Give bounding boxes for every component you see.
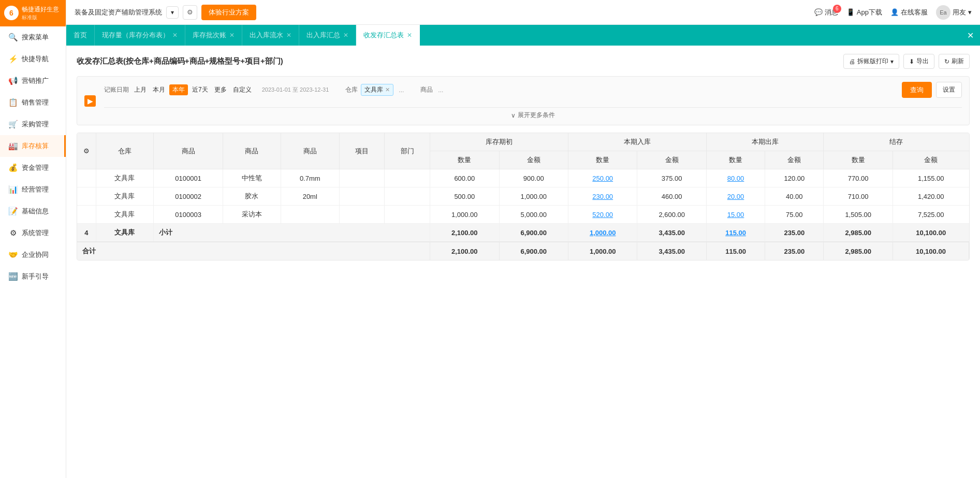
row-in-qty[interactable]: 230.00 bbox=[568, 187, 637, 206]
subtotal-in-qty-link[interactable]: 1,000.00 bbox=[590, 229, 616, 237]
in-qty-link[interactable]: 230.00 bbox=[592, 193, 613, 200]
main-area: 装备及固定资产辅助管理系统 ▾ ⚙ 体验行业方案 💬 消息 6 📱 App下载 … bbox=[66, 0, 980, 478]
refresh-button[interactable]: ↻ 刷新 bbox=[939, 54, 970, 69]
warehouse-more[interactable]: ... bbox=[399, 86, 404, 94]
sidebar-item-sales[interactable]: 📋 销售管理 bbox=[0, 92, 66, 113]
tab-inout-flow[interactable]: 出入库流水 ✕ bbox=[242, 25, 299, 46]
in-qty-link[interactable]: 250.00 bbox=[592, 175, 613, 182]
row-gear bbox=[77, 169, 96, 187]
print-button[interactable]: 🖨 拆账版打印 ▾ bbox=[843, 54, 899, 69]
query-button[interactable]: 查询 bbox=[902, 82, 932, 98]
date-btn-7days[interactable]: 近7天 bbox=[190, 84, 210, 95]
online-service-button[interactable]: 👤 在线客服 bbox=[890, 8, 928, 17]
tab-label: 收发存汇总表 bbox=[363, 31, 404, 40]
row-open-qty: 1,000.00 bbox=[430, 206, 499, 224]
sidebar-item-inventory[interactable]: 🏭 库存核算 bbox=[0, 135, 66, 157]
sidebar-item-basic[interactable]: 📝 基础信息 bbox=[0, 200, 66, 222]
th-goods-code: 商品 bbox=[154, 133, 223, 169]
th-goods-spec: 商品 bbox=[281, 133, 339, 169]
subtotal-bal-amt: 10,100.00 bbox=[893, 224, 969, 242]
subtotal-open-amt: 6,900.00 bbox=[499, 224, 568, 242]
out-qty-link[interactable]: 20.00 bbox=[727, 193, 744, 200]
filter-row-2: ∨ 展开更多条件 bbox=[104, 105, 962, 120]
date-btn-more[interactable]: 更多 bbox=[212, 84, 229, 95]
sidebar-item-enterprise[interactable]: 🤝 企业协同 bbox=[0, 244, 66, 266]
tab-close-icon[interactable]: ✕ bbox=[343, 32, 348, 39]
row-out-qty[interactable]: 80.00 bbox=[706, 169, 765, 187]
out-qty-link[interactable]: 15.00 bbox=[727, 211, 744, 219]
date-btn-custom[interactable]: 自定义 bbox=[231, 84, 254, 95]
in-qty-link[interactable]: 520.00 bbox=[592, 211, 613, 219]
tab-inout-summary[interactable]: 出入库汇总 ✕ bbox=[299, 25, 356, 46]
subtotal-out-qty[interactable]: 115.00 bbox=[706, 224, 765, 242]
tab-inventory-dist[interactable]: 现存量（库存分布表） ✕ bbox=[95, 25, 185, 46]
gear-icon[interactable]: ⚙ bbox=[83, 147, 90, 155]
sidebar-item-quicknav[interactable]: ⚡ 快捷导航 bbox=[0, 48, 66, 70]
tab-batch[interactable]: 库存批次账 ✕ bbox=[185, 25, 242, 46]
row-in-qty[interactable]: 250.00 bbox=[568, 169, 637, 187]
export-button[interactable]: ⬇ 导出 bbox=[903, 54, 934, 69]
warehouse-tag-remove[interactable]: ✕ bbox=[385, 86, 390, 93]
system-title: 装备及固定资产辅助管理系统 bbox=[75, 8, 162, 17]
sidebar-item-marketing[interactable]: 📢 营销推广 bbox=[0, 70, 66, 92]
out-qty-link[interactable]: 80.00 bbox=[727, 175, 744, 182]
subtotal-warehouse: 文具库 bbox=[96, 224, 154, 242]
date-btn-last-month[interactable]: 上月 bbox=[132, 84, 149, 95]
app-download-button[interactable]: 📱 App下载 bbox=[846, 8, 882, 17]
row-out-amt: 40.00 bbox=[765, 187, 824, 206]
tab-home[interactable]: 首页 bbox=[66, 25, 95, 46]
tab-recv-send[interactable]: 收发存汇总表 ✕ bbox=[356, 25, 420, 46]
row-gear bbox=[77, 187, 96, 206]
tab-close-icon[interactable]: ✕ bbox=[229, 32, 235, 39]
sidebar-item-label: 搜索菜单 bbox=[22, 33, 49, 42]
sidebar-item-purchase[interactable]: 🛒 采购管理 bbox=[0, 113, 66, 135]
subtotal-in-amt: 3,435.00 bbox=[637, 224, 706, 242]
total-bal-qty: 2,985.00 bbox=[824, 242, 893, 260]
sidebar-item-system[interactable]: ⚙ 系统管理 bbox=[0, 222, 66, 244]
user-label: 用友 bbox=[953, 8, 966, 17]
row-bal-amt: 1,420.00 bbox=[893, 187, 969, 206]
filter-settings-button[interactable]: 设置 bbox=[936, 82, 962, 98]
subtotal-in-qty[interactable]: 1,000.00 bbox=[568, 224, 637, 242]
tabs-close-all[interactable]: ✕ bbox=[961, 31, 980, 40]
date-btn-this-month[interactable]: 本月 bbox=[151, 84, 167, 95]
total-in-qty: 1,000.00 bbox=[568, 242, 637, 260]
user-button[interactable]: Ea 用友 ▾ bbox=[936, 5, 972, 20]
gear-button[interactable]: ⚙ bbox=[183, 5, 197, 20]
row-open-qty: 500.00 bbox=[430, 187, 499, 206]
sidebar-item-search[interactable]: 🔍 搜索菜单 bbox=[0, 26, 66, 48]
row-in-qty[interactable]: 520.00 bbox=[568, 206, 637, 224]
page-title: 收发存汇总表(按仓库+商品编码+商品+规格型号+项目+部门) bbox=[77, 56, 283, 66]
sidebar-item-operations[interactable]: 📊 经营管理 bbox=[0, 179, 66, 200]
sidebar-menu: 🔍 搜索菜单 ⚡ 快捷导航 📢 营销推广 📋 销售管理 🛒 采购管理 🏭 库存核… bbox=[0, 26, 66, 478]
try-button[interactable]: 体验行业方案 bbox=[201, 5, 256, 20]
row-bal-amt: 7,525.00 bbox=[893, 206, 969, 224]
expand-more-button[interactable]: ∨ 展开更多条件 bbox=[104, 107, 962, 120]
header-left: 装备及固定资产辅助管理系统 ▾ ⚙ 体验行业方案 bbox=[75, 5, 256, 20]
row-out-qty[interactable]: 15.00 bbox=[706, 206, 765, 224]
row-project bbox=[339, 187, 385, 206]
system-dropdown[interactable]: ▾ bbox=[166, 6, 179, 19]
tab-close-icon[interactable]: ✕ bbox=[407, 32, 412, 39]
row-out-qty[interactable]: 20.00 bbox=[706, 187, 765, 206]
th-department: 部门 bbox=[385, 133, 430, 169]
user-dropdown-icon: ▾ bbox=[968, 8, 972, 16]
date-btn-this-year[interactable]: 本年 bbox=[169, 84, 188, 95]
quicknav-icon: ⚡ bbox=[8, 54, 18, 64]
filter-toggle-button[interactable]: ▶ bbox=[84, 95, 96, 107]
date-filter-label: 记账日期 bbox=[104, 85, 129, 94]
message-badge: 6 bbox=[833, 5, 841, 13]
tab-close-icon[interactable]: ✕ bbox=[172, 32, 178, 39]
sidebar-item-label: 系统管理 bbox=[22, 228, 49, 238]
sidebar-item-label: 新手引导 bbox=[22, 272, 49, 281]
tab-close-icon[interactable]: ✕ bbox=[286, 32, 291, 39]
message-button[interactable]: 💬 消息 6 bbox=[814, 8, 838, 17]
sidebar-item-finance[interactable]: 💰 资金管理 bbox=[0, 157, 66, 179]
goods-more[interactable]: ... bbox=[438, 86, 443, 94]
page-actions: 🖨 拆账版打印 ▾ ⬇ 导出 ↻ 刷新 bbox=[843, 54, 970, 69]
row-goods-name: 中性笔 bbox=[223, 169, 281, 187]
row-goods-code: 0100003 bbox=[154, 206, 223, 224]
sidebar-item-guide[interactable]: 🆕 新手引导 bbox=[0, 266, 66, 287]
enterprise-icon: 🤝 bbox=[8, 250, 18, 259]
subtotal-out-qty-link[interactable]: 115.00 bbox=[725, 229, 746, 237]
